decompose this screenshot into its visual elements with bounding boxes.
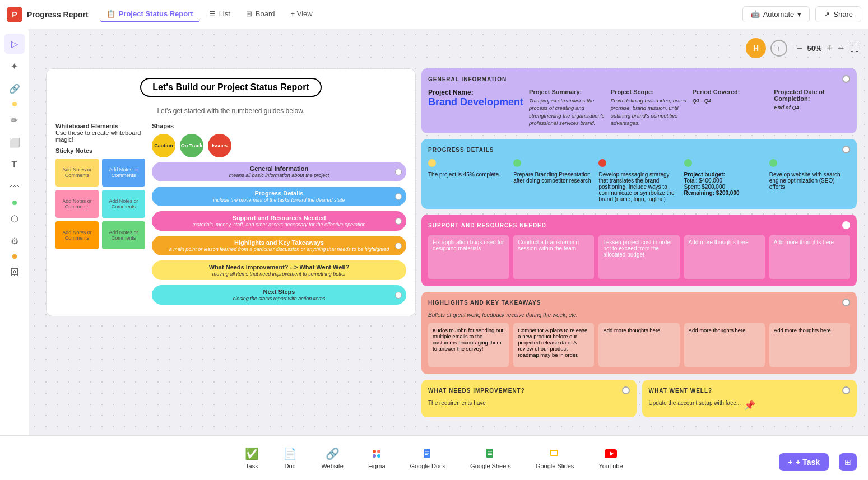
share-button[interactable]: ↗ Share xyxy=(815,6,861,22)
info-row-highlights[interactable]: Highlights and Key Takeaways a main poin… xyxy=(152,236,406,255)
status-dot-green-2 xyxy=(684,159,692,167)
tab-project-status[interactable]: 📋 Project Status Report xyxy=(100,6,200,22)
panel-toggle-highlights[interactable] xyxy=(842,299,850,306)
panel-toggle-support[interactable] xyxy=(842,221,850,229)
figma-icon xyxy=(370,447,383,460)
info-row-improvement[interactable]: What Needs Improvement? --> What Went We… xyxy=(152,260,406,280)
sidebar-btn-shape[interactable]: ⬜ xyxy=(4,132,25,152)
toggle-highlights xyxy=(395,243,402,249)
header: P Progress Report 📋 Project Status Repor… xyxy=(0,0,868,29)
toolbar-doc[interactable]: 📄 Doc xyxy=(277,445,302,472)
info-button[interactable]: i xyxy=(770,40,787,57)
canvas[interactable]: H i − 50% + ↔ ⛶ Let's Build our Project … xyxy=(29,29,868,480)
panel-toggle-went-well[interactable] xyxy=(842,386,850,394)
support-grid: Fix application bugs used for designing … xyxy=(428,235,850,279)
sticky-note-6[interactable]: Add Notes or Comments xyxy=(102,221,145,249)
highlight-col-2: Competitor A plans to release a new prod… xyxy=(513,323,594,367)
went-well-panel: WHAT WENT WELL? Update the account setup… xyxy=(642,380,857,417)
svg-rect-8 xyxy=(425,454,428,455)
sticky-note-4[interactable]: Add Notes or Comments xyxy=(102,190,145,218)
sticky-note-5[interactable]: Add Notes or Comments xyxy=(55,221,99,249)
doc-icon: 📄 xyxy=(283,447,296,460)
support-col-5: Add more thoughts here xyxy=(769,235,850,279)
highlight-col-4: Add more thoughts here xyxy=(684,323,765,367)
sidebar-dot-orange xyxy=(12,254,17,259)
sticky-note-3[interactable]: Add Notes or Comments xyxy=(55,190,99,218)
sidebar-dot-green xyxy=(12,201,17,205)
info-rows: General Information means all basic info… xyxy=(152,162,406,307)
info-row-next-steps[interactable]: Next Steps closing the status report wit… xyxy=(152,285,406,305)
toolbar-figma[interactable]: Figma xyxy=(363,445,391,472)
grid-button[interactable]: ⊞ xyxy=(839,453,857,471)
support-col-2: Conduct a brainstorming session within t… xyxy=(513,235,594,279)
highlight-col-5: Add more thoughts here xyxy=(769,323,850,367)
toggle-next-steps xyxy=(395,292,402,299)
guide-inner: Whiteboard Elements Use these to create … xyxy=(55,123,406,307)
tab-board[interactable]: ⊞ Board xyxy=(239,6,282,22)
info-row-general[interactable]: General Information means all basic info… xyxy=(152,162,406,181)
app-icon: P xyxy=(7,7,22,22)
svg-point-3 xyxy=(377,454,380,458)
sticky-note-1[interactable]: Add Notes or Comments xyxy=(55,159,99,187)
general-info-panel: GENERAL INFORMATION Project Name: Brand … xyxy=(421,68,857,133)
right-panels: GENERAL INFORMATION Project Name: Brand … xyxy=(421,68,857,430)
sidebar-btn-cursor[interactable]: ▷ xyxy=(4,34,25,54)
panel-toggle-improvement[interactable] xyxy=(622,386,630,394)
sidebar-btn-image[interactable]: 🖼 xyxy=(4,262,25,282)
left-sidebar: ▷ ✦ 🔗 ✏ ⬜ T 〰 ⬡ ⚙ 🖼 xyxy=(0,29,29,480)
support-header: SUPPORT AND RESOURCES NEEDED xyxy=(428,221,850,229)
support-panel: SUPPORT AND RESOURCES NEEDED Fix applica… xyxy=(421,215,857,286)
panel-toggle-general[interactable] xyxy=(842,75,850,83)
completion-col: Projected Date of Completion: End of Q4 xyxy=(774,88,850,111)
general-info-header: GENERAL INFORMATION xyxy=(428,75,850,83)
zoom-out-button[interactable]: − xyxy=(797,43,803,54)
fullscreen-button[interactable]: ⛶ xyxy=(850,43,859,53)
info-row-support[interactable]: Support and Resources Needed materials, … xyxy=(152,211,406,231)
progress-col-1: The project is 45% complete. xyxy=(428,159,509,202)
zoom-in-button[interactable]: + xyxy=(826,43,832,54)
sidebar-btn-pen[interactable]: ✏ xyxy=(4,110,25,130)
info-row-progress[interactable]: Progress Details include the movement of… xyxy=(152,187,406,206)
panel-toggle-progress[interactable] xyxy=(842,146,850,153)
toolbar-task[interactable]: ✅ Task xyxy=(239,445,264,472)
add-task-button[interactable]: + + Task xyxy=(779,453,829,471)
fit-view-button[interactable]: ↔ xyxy=(837,43,846,53)
toolbar-google-sheets[interactable]: Google Sheets xyxy=(465,445,517,472)
sidebar-btn-settings[interactable]: ⚙ xyxy=(4,231,25,251)
highlights-panel: HIGHLIGHTS AND KEY TAKEAWAYS Bullets of … xyxy=(421,292,857,374)
sidebar-btn-wave[interactable]: 〰 xyxy=(4,177,25,197)
progress-grid: The project is 45% complete. Prepare Bra… xyxy=(428,159,850,202)
progress-col-3: Develop messaging strategy that translat… xyxy=(598,159,679,202)
sidebar-btn-text[interactable]: T xyxy=(4,155,25,175)
sidebar-btn-sparkle[interactable]: ✦ xyxy=(4,56,25,76)
user-avatar[interactable]: H xyxy=(746,38,766,58)
scope-col: Project Scope: From defining brand idea,… xyxy=(611,88,687,127)
task-icon: ✅ xyxy=(245,447,258,460)
sidebar-dot-yellow xyxy=(12,102,17,106)
toolbar-youtube[interactable]: YouTube xyxy=(593,445,628,472)
bottom-panels: WHAT NEEDS IMPROVEMENT? The requirements… xyxy=(421,380,857,417)
status-dot-green-1 xyxy=(513,159,521,167)
main-area: ▷ ✦ 🔗 ✏ ⬜ T 〰 ⬡ ⚙ 🖼 H i − 50% + ↔ ⛶ xyxy=(0,29,868,480)
svg-rect-14 xyxy=(551,451,557,455)
pin-icon: 📌 xyxy=(744,400,755,411)
sticky-notes-section: Whiteboard Elements Use these to create … xyxy=(55,123,145,307)
sidebar-btn-link[interactable]: 🔗 xyxy=(4,78,25,99)
progress-col-5: Develop website with search engine optim… xyxy=(769,159,850,202)
tab-list[interactable]: ☰ List xyxy=(202,6,237,22)
svg-rect-10 xyxy=(488,451,492,452)
automate-button[interactable]: 🤖 Automate ▾ xyxy=(742,6,810,22)
toolbar-website[interactable]: 🔗 Website xyxy=(315,445,349,472)
shape-on-track[interactable]: On Track xyxy=(180,134,203,157)
svg-rect-11 xyxy=(488,453,492,454)
tab-view[interactable]: + View xyxy=(284,6,319,22)
sticky-note-2[interactable]: Add Notes or Comments xyxy=(102,159,145,187)
status-dot-green-3 xyxy=(769,159,777,167)
shape-issues[interactable]: Issues xyxy=(208,134,231,157)
whiteboard-elements-label: Whiteboard Elements Use these to create … xyxy=(55,123,145,143)
toolbar-google-docs[interactable]: Google Docs xyxy=(405,445,452,472)
project-name-value: Brand Development xyxy=(428,96,523,109)
toolbar-google-slides[interactable]: Google Slides xyxy=(530,445,580,472)
shape-caution[interactable]: Caution xyxy=(152,134,175,157)
sidebar-btn-graph[interactable]: ⬡ xyxy=(4,208,25,229)
